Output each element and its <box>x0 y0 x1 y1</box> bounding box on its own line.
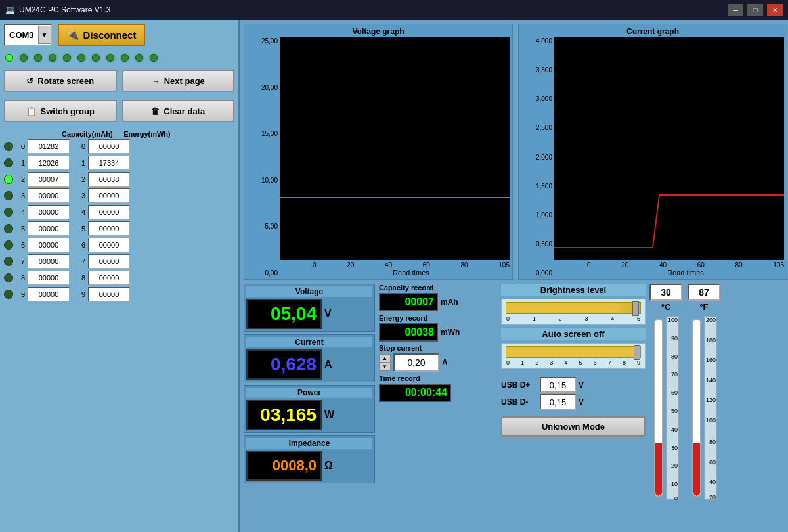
voltage-x-tick: 80 <box>461 261 468 269</box>
row-eindex-7: 7 <box>76 257 85 265</box>
current-graph-container: Current graph 4,0003,5003,0002,5002,0001… <box>518 24 787 280</box>
minimize-button[interactable]: ─ <box>728 4 743 16</box>
row-led-6 <box>4 240 13 250</box>
energy-field-4: 00000 <box>88 205 130 219</box>
stop-current-field[interactable]: 0,20 <box>393 353 439 372</box>
stop-spinner[interactable]: ▲ ▼ <box>379 354 391 371</box>
energy-field-3: 00000 <box>88 188 130 203</box>
current-x-tick: 20 <box>621 261 628 269</box>
auto-screen-slider-track[interactable] <box>506 346 641 358</box>
current-label: Current <box>246 337 372 347</box>
cap-field-0: 01282 <box>28 139 70 154</box>
data-row-5: 5 00000 5 00000 <box>4 221 234 236</box>
cap-field-1: 12026 <box>28 156 70 170</box>
voltage-value: 05,04 <box>271 303 317 324</box>
usb-dp-field: 0,15 <box>540 377 576 393</box>
disconnect-label: Disconnect <box>83 30 137 41</box>
row-index-9: 9 <box>16 290 25 298</box>
row-eindex-5: 5 <box>76 225 85 233</box>
energy-record-row: Energy record 00038 mWh <box>379 314 497 342</box>
auto-screen-label-tick: 3 <box>550 359 553 366</box>
brightness-slider-thumb[interactable] <box>632 301 639 316</box>
impedance-value: 0008,0 <box>273 457 317 474</box>
voltage-x-label: Read times <box>313 269 510 277</box>
voltage-section: Voltage 05,04 V <box>244 284 375 332</box>
disconnect-icon: 🔌 <box>67 29 79 41</box>
brightness-slider-track[interactable] <box>506 302 641 314</box>
com-dropdown[interactable]: ▼ <box>38 26 51 44</box>
titlebar-controls[interactable]: ─ □ ✕ <box>728 4 783 16</box>
data-row-2: 2 00007 2 00038 <box>4 172 234 187</box>
led-1 <box>20 54 28 62</box>
data-row-7: 7 00000 7 00000 <box>4 254 234 269</box>
current-x-tick: 105 <box>773 261 784 269</box>
voltage-unit: V <box>324 308 332 320</box>
voltage-y-tick: 25,00 <box>261 37 278 45</box>
impedance-label: Impedance <box>246 438 372 449</box>
row-index-4: 4 <box>16 208 25 216</box>
time-record-row: Time record 00:00:44 <box>379 374 497 402</box>
celsius-value-box: 30 <box>649 284 682 301</box>
cap-field-3: 00000 <box>28 188 70 203</box>
energy-field-2: 00038 <box>88 172 130 187</box>
row-index-7: 7 <box>16 257 25 265</box>
row-eindex-6: 6 <box>76 241 85 249</box>
row-led-2 <box>4 175 13 184</box>
led-5 <box>77 54 85 62</box>
main-container: COM3 ▼ 🔌 Disconnect ↺ <box>0 20 788 532</box>
celsius-unit: °C <box>661 302 671 312</box>
current-y-axis: 4,0003,5003,0002,5002,0001,5001,0000,500… <box>521 37 554 277</box>
stop-current-row: ▲ ▼ 0,20 A <box>379 353 497 372</box>
rotate-screen-button[interactable]: ↺ Rotate screen <box>4 70 117 92</box>
energy-record-field: 00038 <box>379 323 438 342</box>
stop-current-value: 0,20 <box>407 357 425 368</box>
impedance-display: 0008,0 Ω <box>246 451 372 481</box>
current-x-label: Read times <box>587 269 784 277</box>
clear-data-button[interactable]: 🗑 Clear data <box>122 100 235 122</box>
switch-group-button[interactable]: 📋 Switch group <box>4 100 117 122</box>
led-2 <box>34 54 42 62</box>
row-index-0: 0 <box>16 143 25 150</box>
row-eindex-2: 2 <box>76 175 85 183</box>
switch-row: 📋 Switch group 🗑 Clear data <box>4 100 234 122</box>
time-record-value: 00:00:44 <box>405 387 447 399</box>
mode-button[interactable]: Unknown Mode <box>501 416 646 437</box>
stop-current-row-outer: Stop current ▲ ▼ 0,20 A <box>379 344 497 372</box>
cap-field-8: 00000 <box>28 271 70 285</box>
maximize-button[interactable]: □ <box>747 4 763 16</box>
power-unit: W <box>324 409 334 421</box>
cap-field-5: 00000 <box>28 221 70 236</box>
cap-record-label: Capacity record <box>379 284 497 292</box>
energy-field-0: 00000 <box>88 139 130 154</box>
energy-record-label: Energy record <box>379 314 497 322</box>
spin-down-button[interactable]: ▼ <box>379 363 391 371</box>
energy-field-9: 00000 <box>88 287 130 301</box>
current-graph-area: 4,0003,5003,0002,5002,0001,5001,0000,500… <box>521 37 784 277</box>
next-page-button[interactable]: → Next page <box>122 70 235 92</box>
close-button[interactable]: ✕ <box>767 4 783 16</box>
row-led-4 <box>4 208 13 217</box>
current-y-tick: 3,000 <box>536 95 552 102</box>
energy-record-unit: mWh <box>441 328 460 337</box>
celsius-column: 30 °C 100 90 80 70 60 50 40 30 <box>649 284 682 500</box>
energy-record-field-row: 00038 mWh <box>379 323 497 342</box>
fahrenheit-value-box: 87 <box>688 284 720 301</box>
usb-dp-label: USB D+ <box>501 380 537 389</box>
cap-field-9: 00000 <box>28 287 70 301</box>
spin-up-button[interactable]: ▲ <box>379 354 391 363</box>
voltage-lcd: 05,04 <box>246 299 322 329</box>
row-led-7 <box>4 257 13 266</box>
cap-field-4: 00000 <box>28 205 70 219</box>
disconnect-button[interactable]: 🔌 Disconnect <box>58 24 146 46</box>
led-6 <box>92 54 100 62</box>
power-section: Power 03,165 W <box>244 385 375 433</box>
data-row-0: 0 01282 0 00000 <box>4 139 234 154</box>
auto-screen-slider-thumb[interactable] <box>634 345 640 360</box>
switch-icon: 📋 <box>26 106 37 116</box>
led-9 <box>135 54 143 62</box>
energy-record-value: 00038 <box>405 326 435 338</box>
current-x-tick: 80 <box>735 261 743 269</box>
voltage-y-tick: 20,00 <box>261 84 278 91</box>
time-record-field-row: 00:00:44 <box>379 384 497 402</box>
current-y-tick: 0,500 <box>536 240 552 248</box>
